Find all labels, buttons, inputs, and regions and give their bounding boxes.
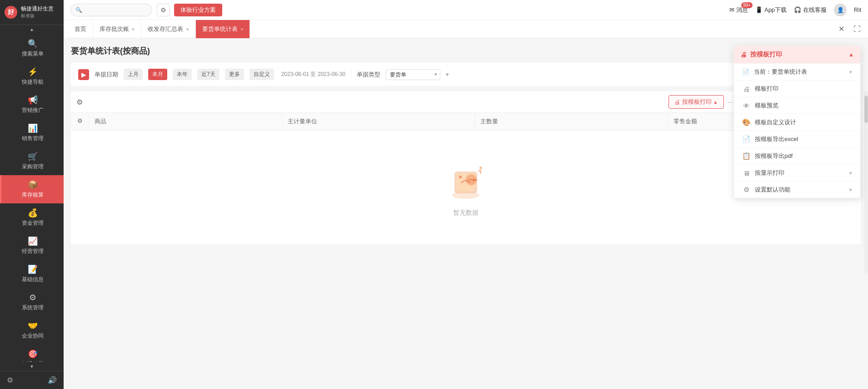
date-btn-last-month[interactable]: 上月: [124, 69, 143, 80]
sidebar-scroll-up[interactable]: ▲: [0, 25, 64, 34]
dropdown-chevron-up-icon[interactable]: ▲: [848, 51, 854, 58]
template-print-icon: 🖨: [742, 85, 750, 93]
dropdown-item-export-excel[interactable]: 📄 按模板导出excel: [734, 131, 860, 147]
sidebar-item-finance[interactable]: 💰 资金管理: [0, 203, 64, 232]
scrollbar-track[interactable]: [864, 91, 868, 273]
template-preview-label: 模板预览: [755, 101, 778, 110]
dropdown-item-template-preview[interactable]: 👁 模板预览: [734, 97, 860, 114]
sidebar-item-base[interactable]: 📝 基础信息: [0, 260, 64, 288]
dropdown-header-left: 🖨 按模板打印: [740, 51, 782, 59]
sidebar-item-marketing[interactable]: 📢 营销推广: [0, 91, 64, 119]
maximize-btn[interactable]: ⛶: [851, 24, 863, 34]
finance-icon: 💰: [28, 208, 38, 218]
filter-arrow-btn[interactable]: ▶: [78, 69, 89, 80]
settings-table-icon[interactable]: ⚙: [76, 98, 83, 106]
empty-text: 暂无数据: [453, 209, 479, 217]
date-btn-more[interactable]: 更多: [225, 69, 244, 80]
dropdown-print-icon: 🖨: [740, 51, 747, 58]
sidebar-scroll-down[interactable]: ▼: [0, 362, 64, 371]
scrollbar-thumb[interactable]: [864, 96, 868, 123]
date-btn-7days[interactable]: 近7天: [197, 69, 219, 80]
operation-icon: 📈: [28, 236, 38, 246]
template-design-label: 模板自定义设计: [755, 118, 796, 126]
date-btn-this-year[interactable]: 本年: [173, 69, 192, 80]
dropdown-title: 按模板打印: [750, 51, 782, 59]
dropdown-header[interactable]: 🖨 按模板打印 ▲: [734, 46, 860, 63]
header-left: 🔍 ⚙ 体验行业方案: [70, 4, 222, 16]
th-unit: 主计量单位: [282, 113, 475, 130]
trial-button[interactable]: 体验行业方案: [174, 4, 222, 16]
export-excel-icon: 📄: [742, 135, 750, 143]
print-template-btn[interactable]: 🖨 按模板打印 ▲: [668, 95, 724, 109]
sidebar-item-label: 经营管理: [22, 248, 44, 255]
sidebar-item-shortcut[interactable]: ⚡ 快捷导航: [0, 62, 64, 91]
sidebar-item-inventory[interactable]: 📦 库存核算: [0, 175, 64, 203]
message-icon: ✉: [729, 6, 734, 13]
sidebar-item-purchase[interactable]: 🛒 采购管理: [0, 147, 64, 175]
sidebar-item-guide[interactable]: 🎯 新手引导: [0, 344, 64, 362]
sidebar-item-system[interactable]: ⚙ 系统管理: [0, 288, 64, 316]
template-preview-icon: 👁: [742, 102, 750, 110]
tab-batch[interactable]: 库存批次账 ×: [93, 20, 141, 38]
sales-icon: 📊: [28, 123, 38, 133]
app-download-btn[interactable]: 📱 App下载: [755, 6, 787, 14]
header-right: ✉ 消息 99+ 📱 App下载 🎧 在线客服 👤 Rit: [729, 4, 861, 16]
set-default-arrow-icon: ▾: [849, 187, 852, 193]
th-quantity: 主数量: [475, 113, 668, 130]
shortcut-icon: ⚡: [28, 67, 38, 77]
sidebar-item-search[interactable]: 🔍 搜索菜单: [0, 34, 64, 62]
filter-divider: [351, 70, 351, 79]
online-service-btn[interactable]: 🎧 在线客服: [794, 6, 827, 14]
dropdown-item-export-pdf[interactable]: 📋 按模板导出pdf: [734, 147, 860, 164]
dropdown-item-display-print[interactable]: 🖥 按显示打印 ▾: [734, 164, 860, 181]
header-gear-button[interactable]: ⚙: [157, 4, 170, 16]
export-pdf-label: 按模板导出pdf: [755, 152, 793, 160]
tab-collect-close[interactable]: ×: [186, 26, 189, 32]
tab-order-stat-label: 要货单统计表: [202, 25, 238, 33]
template-print-label: 模板打印: [755, 85, 778, 93]
app-name: 畅捷通好生意: [21, 5, 54, 13]
online-service-label: 在线客服: [803, 6, 827, 14]
order-type-select-wrap: 要货单: [386, 69, 440, 80]
messages-btn[interactable]: ✉ 消息 99+: [729, 6, 748, 14]
sidebar: 好 畅捷通好生意 标准版 ▲ 🔍 搜索菜单 ⚡ 快捷导航 📢 营销推广 📊 销售…: [0, 0, 64, 389]
tab-batch-close[interactable]: ×: [132, 26, 135, 32]
template-design-icon: 🎨: [742, 118, 750, 126]
settings-icon[interactable]: ⚙: [7, 376, 13, 384]
sidebar-item-label: 快捷导航: [22, 78, 44, 86]
th-settings: ⚙: [71, 113, 89, 130]
order-type-select[interactable]: 要货单: [386, 69, 440, 80]
app-logo: 好 畅捷通好生意 标准版: [0, 0, 64, 25]
date-btn-custom[interactable]: 自定义: [249, 69, 274, 80]
collab-icon: 🤝: [28, 321, 38, 331]
avatar[interactable]: 👤: [834, 4, 847, 16]
print-label: 按模板打印: [682, 98, 712, 106]
th-product: 商品: [89, 113, 282, 130]
dropdown-item-template-design[interactable]: 🎨 模板自定义设计: [734, 114, 860, 131]
speaker-icon[interactable]: 🔊: [48, 376, 57, 384]
print-btn-wrap: 🖨 按模板打印 ▲: [668, 95, 724, 109]
tab-home[interactable]: 首页: [68, 20, 93, 38]
date-range: 2023-06-01 至 2023-06-30: [281, 71, 345, 78]
messages-badge: 99+: [741, 2, 753, 8]
username-label[interactable]: Rit: [854, 6, 861, 13]
search-bar[interactable]: 🔍: [70, 4, 152, 16]
dropdown-current-item[interactable]: 📄 当前：要货单统计表 ▾: [734, 63, 860, 80]
sidebar-item-operation[interactable]: 📈 经营管理: [0, 232, 64, 260]
sidebar-item-sales[interactable]: 📊 销售管理: [0, 119, 64, 147]
dropdown-sub-left-2: ⚙ 设置默认功能: [742, 186, 790, 194]
tab-collect[interactable]: 收发存汇总表 ×: [141, 20, 195, 38]
gear-icon: ⚙: [160, 6, 166, 14]
dropdown-item-template-print[interactable]: 🖨 模板打印: [734, 80, 860, 97]
dropdown-item-set-default[interactable]: ⚙ 设置默认功能 ▾: [734, 181, 860, 198]
logo-icon: 好: [5, 6, 17, 19]
tab-home-label: 首页: [75, 25, 86, 33]
sidebar-item-collab[interactable]: 🤝 企业协同: [0, 316, 64, 344]
date-btn-this-month[interactable]: 本月: [148, 69, 167, 80]
close-btn[interactable]: ✕: [836, 24, 847, 34]
date-label: 单据日期: [95, 71, 118, 79]
download-icon: 📱: [755, 6, 763, 13]
tab-order-stat[interactable]: 要货单统计表 ×: [196, 20, 250, 38]
empty-illustration: [443, 158, 489, 203]
tab-order-stat-close[interactable]: ×: [240, 26, 243, 32]
